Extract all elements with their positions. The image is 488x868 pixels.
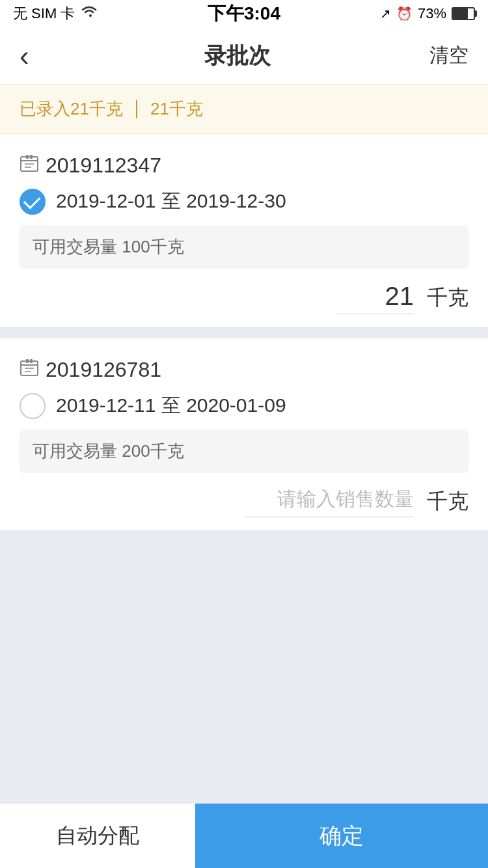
batch2-quantity-row: 请输入销售数量 千克: [0, 473, 488, 531]
page-title: 录批次: [59, 41, 416, 71]
confirm-button[interactable]: 确定: [195, 804, 488, 868]
batch2-date: 2019-12-11 至 2020-01-09: [56, 392, 286, 419]
battery-text: 73%: [418, 5, 446, 22]
batch1-date: 2019-12-01 至 2019-12-30: [56, 188, 286, 215]
location-icon: ↗: [380, 6, 391, 21]
status-left: 无 SIM 卡: [13, 4, 98, 23]
page-container: 无 SIM 卡 下午3:04 ↗ ⏰ 73% ‹ 录批次 清空: [0, 0, 488, 868]
batch2-id: 2019126781: [46, 358, 161, 382]
batch1-date-row: 2019-12-01 至 2019-12-30: [20, 188, 468, 215]
status-right: ↗ ⏰ 73%: [380, 5, 475, 22]
batch2-icon: [20, 359, 39, 381]
batch1-icon: [20, 154, 39, 177]
info-divider: [136, 100, 137, 118]
alarm-icon: ⏰: [396, 6, 413, 21]
nav-bar: ‹ 录批次 清空: [0, 27, 488, 85]
batch2-date-row: 2019-12-11 至 2020-01-09: [20, 392, 468, 419]
svg-rect-2: [30, 155, 33, 159]
batch1-card: 2019112347 2019-12-01 至 2019-12-30 可用交易量…: [0, 134, 488, 328]
carrier-text: 无 SIM 卡: [13, 4, 75, 23]
batch1-checkbox[interactable]: [20, 189, 46, 215]
clear-button[interactable]: 清空: [416, 42, 468, 69]
recorded-amount: 已录入21千克: [20, 98, 123, 120]
svg-rect-7: [26, 359, 29, 363]
batch2-input-placeholder[interactable]: 请输入销售数量: [277, 486, 414, 513]
batch2-available: 可用交易量 200千克: [20, 429, 468, 473]
svg-rect-1: [26, 155, 29, 159]
bottom-buttons: 自动分配 确定: [0, 803, 488, 868]
svg-rect-8: [30, 359, 33, 363]
batch1-id: 2019112347: [46, 154, 161, 178]
batch1-unit: 千克: [427, 284, 468, 312]
auto-distribute-button[interactable]: 自动分配: [0, 804, 195, 868]
batch2-header: 2019126781: [20, 358, 468, 382]
battery-icon: [452, 7, 475, 20]
status-bar: 无 SIM 卡 下午3:04 ↗ ⏰ 73%: [0, 0, 488, 27]
batch2-checkbox[interactable]: [20, 393, 46, 419]
section-divider: [0, 328, 488, 338]
info-bar: 已录入21千克 21千克: [0, 85, 488, 134]
batch1-quantity: 21: [385, 282, 414, 311]
wifi-icon: [80, 5, 98, 22]
batch1-available: 可用交易量 100千克: [20, 225, 468, 269]
back-button[interactable]: ‹: [20, 40, 59, 72]
batch2-unit: 千克: [427, 487, 468, 516]
batch2-card: 2019126781 2019-12-11 至 2020-01-09 可用交易量…: [0, 338, 488, 531]
empty-area: [0, 531, 488, 804]
batch1-header: 2019112347: [20, 154, 468, 178]
batch1-quantity-row: 21 千克: [0, 269, 488, 328]
status-time: 下午3:04: [208, 1, 280, 26]
batch2-item: 2019126781 2019-12-11 至 2020-01-09 可用交易量…: [0, 338, 488, 473]
total-amount: 21千克: [150, 98, 203, 120]
batch1-item: 2019112347 2019-12-01 至 2019-12-30 可用交易量…: [0, 134, 488, 269]
